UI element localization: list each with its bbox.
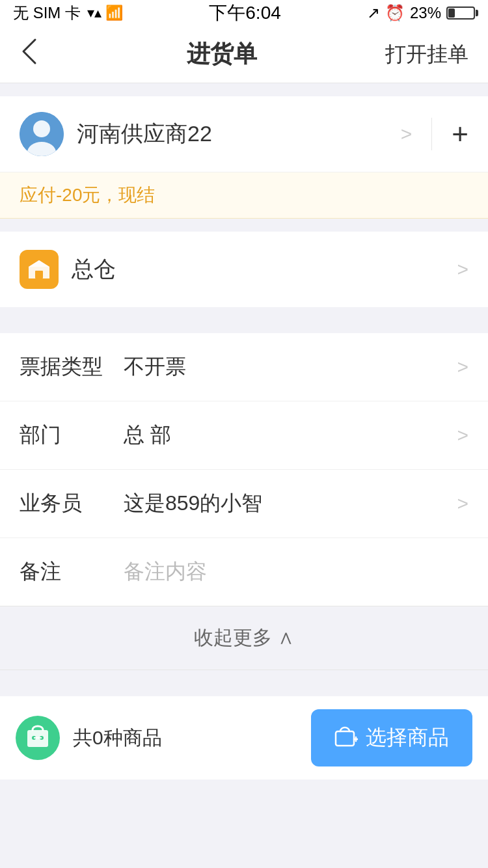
salesperson-chevron-icon: > — [457, 493, 468, 515]
divider — [431, 118, 432, 150]
svg-rect-8 — [336, 731, 354, 746]
product-icon — [16, 716, 60, 760]
invoice-type-row[interactable]: 票据类型 不开票 > — [0, 333, 488, 401]
invoice-type-chevron-icon: > — [457, 356, 468, 378]
product-count: 共0种商品 — [73, 725, 162, 752]
back-button[interactable] — [20, 37, 59, 72]
department-row[interactable]: 部门 总 部 > — [0, 401, 488, 470]
remark-row[interactable]: 备注 备注内容 — [0, 538, 488, 606]
warehouse-chevron-icon: > — [457, 258, 468, 280]
form-section: 票据类型 不开票 > 部门 总 部 > 业务员 这是859的小智 > 备注 备注… — [0, 333, 488, 606]
supplier-avatar — [20, 112, 64, 156]
department-value: 总 部 — [124, 421, 450, 450]
supplier-chevron-icon: > — [401, 123, 413, 145]
product-bar: 共0种商品 选择商品 — [0, 696, 488, 780]
supplier-right: > + — [401, 118, 468, 150]
select-product-label: 选择商品 — [366, 724, 449, 752]
time-label: 下午6:04 — [209, 1, 281, 25]
nav-bar: 进货单 打开挂单 — [0, 26, 488, 83]
status-bar: 无 SIM 卡 ▾▴ 📶 下午6:04 ↗ ⏰ 23% — [0, 0, 488, 26]
page-title: 进货单 — [187, 38, 257, 70]
select-product-button[interactable]: 选择商品 — [311, 709, 472, 766]
status-right: ↗ ⏰ 23% — [367, 4, 475, 22]
section-gap-2 — [0, 219, 488, 232]
supplier-card: 河南供应商22 > + 应付-20元，现结 — [0, 96, 488, 219]
supplier-left: 河南供应商22 — [20, 112, 401, 156]
product-left: 共0种商品 — [16, 716, 162, 760]
remark-placeholder: 备注内容 — [124, 558, 468, 586]
warehouse-left: 总仓 — [20, 250, 116, 289]
add-button[interactable]: + — [452, 118, 468, 150]
section-gap-1 — [0, 83, 488, 96]
section-gap-3 — [0, 307, 488, 320]
notice-bar: 应付-20元，现结 — [0, 172, 488, 219]
wifi-icon: ▾▴ 📶 — [87, 5, 123, 21]
section-gap-4 — [0, 670, 488, 683]
collapse-label: 收起更多 ∧ — [194, 627, 293, 648]
supplier-row[interactable]: 河南供应商22 > + — [0, 96, 488, 172]
invoice-type-value: 不开票 — [124, 353, 450, 381]
collapse-bar[interactable]: 收起更多 ∧ — [0, 606, 488, 670]
warehouse-icon — [20, 250, 59, 289]
notice-text: 应付-20元，现结 — [20, 185, 155, 205]
location-icon: ↗ — [367, 4, 380, 22]
remark-label: 备注 — [20, 558, 124, 586]
supplier-name: 河南供应商22 — [77, 119, 212, 149]
warehouse-row[interactable]: 总仓 > — [0, 232, 488, 307]
department-label: 部门 — [20, 421, 124, 450]
battery-icon — [446, 7, 475, 20]
battery-percent: 23% — [410, 4, 441, 22]
open-pending-button[interactable]: 打开挂单 — [385, 40, 468, 69]
warehouse-card: 总仓 > — [0, 232, 488, 307]
svg-rect-3 — [35, 271, 43, 278]
svg-point-1 — [33, 120, 50, 137]
alarm-icon: ⏰ — [385, 4, 405, 22]
salesperson-value: 这是859的小智 — [124, 489, 450, 518]
department-chevron-icon: > — [457, 424, 468, 446]
carrier-label: 无 SIM 卡 — [13, 3, 81, 23]
warehouse-name: 总仓 — [72, 254, 116, 284]
invoice-type-label: 票据类型 — [20, 353, 124, 381]
salesperson-row[interactable]: 业务员 这是859的小智 > — [0, 470, 488, 538]
salesperson-label: 业务员 — [20, 489, 124, 518]
status-left: 无 SIM 卡 ▾▴ 📶 — [13, 3, 123, 23]
